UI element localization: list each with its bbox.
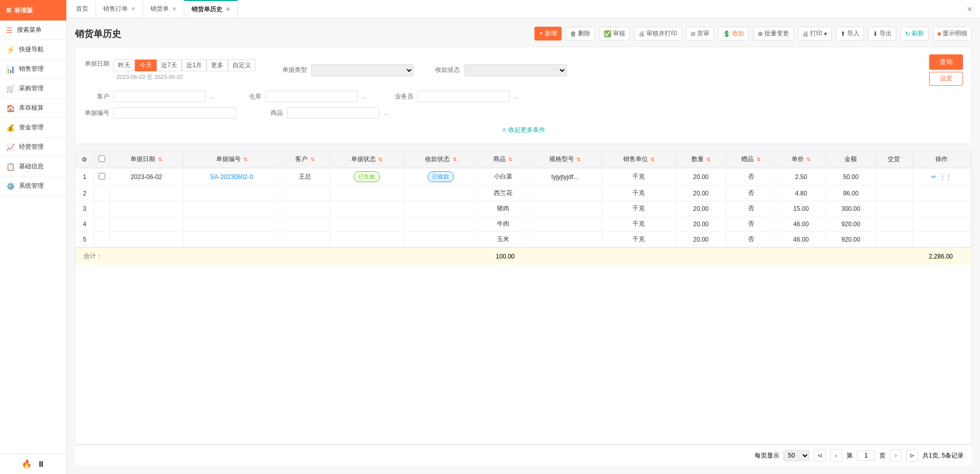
sidebar-item-search-menu[interactable]: ☰ 搜索菜单 [0,21,66,40]
sidebar-brand: ⊞ 标准版 [0,0,66,21]
collapse-button[interactable]: ∧ 收起更多条件 [84,124,963,136]
new-button[interactable]: + 新增 [534,27,561,41]
sidebar-item-system-mgmt[interactable]: ⚙️ 系统管理 [0,176,66,196]
tab-sales-order-close[interactable]: ✕ [131,6,136,12]
tab-sales-order[interactable]: 销售订单 ✕ [96,0,143,18]
date-btn-yesterday[interactable]: 昨天 [113,60,135,71]
date-btn-1month[interactable]: 近1月 [182,60,207,71]
select-all-checkbox[interactable] [99,155,105,162]
th-price[interactable]: 单价 ⇅ [776,151,827,168]
audit-button[interactable]: ✅ 审核 [599,27,630,41]
page-number-input[interactable] [857,450,875,461]
batch-change-button[interactable]: ⊕ 批量变更 [753,27,794,41]
doc-number-label: 单据编号 [84,109,109,117]
td-doc-status [330,216,404,232]
td-qty: 20.00 [676,186,726,201]
sidebar-item-operations[interactable]: 📈 经营管理 [0,137,66,157]
collect-status-label: 收款状态 [434,66,460,74]
doc-type-select[interactable] [311,64,414,76]
tab-shipment[interactable]: 销货单 ✕ [143,0,184,18]
print-button[interactable]: 🖨 打印 ▾ [798,27,832,41]
tab-shipment-close[interactable]: ✕ [172,6,177,12]
th-settings[interactable]: ⚙ [75,151,94,168]
th-goods[interactable]: 商品 ⇅ [478,151,528,168]
show-details-button[interactable]: ■ 显示明细 [933,27,972,41]
refresh-button[interactable]: ↻ 刷新 [900,27,929,41]
sort-spec-icon: ⇅ [577,156,581,162]
collect-status-badge: 已收款 [428,171,454,182]
doc-number-input[interactable] [113,107,237,118]
th-amount: 金额 [826,151,875,168]
customer-more-btn[interactable]: ... [210,93,215,100]
per-page-select[interactable]: 50 100 [783,450,810,461]
customer-input[interactable] [113,91,206,102]
settings-button[interactable]: 设置 [929,72,963,86]
main-area: 首页 销售订单 ✕ 销货单 ✕ 销货单历史 ✕ ✕ 销货单历史 + 新增 🗑 删… [67,0,980,474]
collect-status-select[interactable] [464,64,567,76]
td-price: 4.80 [776,186,827,201]
next-page-button[interactable]: › [890,449,902,462]
warehouse-more-btn[interactable]: ... [362,93,367,100]
date-btn-7days[interactable]: 近7天 [157,60,182,71]
import-button[interactable]: ⬆ 导入 [836,27,864,41]
first-page-button[interactable]: ⊲ [814,449,826,462]
td-price: 2.50 [776,168,827,186]
goods-input[interactable] [287,107,379,118]
th-customer[interactable]: 客户 ⇅ [280,151,330,168]
sidebar-item-finance-mgmt[interactable]: 💰 资金管理 [0,118,66,137]
td-customer [280,201,330,216]
date-btn-today[interactable]: 今天 [135,60,157,71]
print-chevron-icon: ▾ [824,30,827,37]
tab-shipment-history[interactable]: 销货单历史 ✕ [184,0,238,18]
export-button[interactable]: ⬇ 导出 [868,27,896,41]
toolbar: + 新增 🗑 删除 ✅ 审核 🖨 审核并打印 ⊘ 弃审 [534,27,972,41]
date-btn-custom[interactable]: 自定义 [228,60,256,71]
staff-more-btn[interactable]: ... [514,93,519,100]
edit-action-icon[interactable]: ✏ [931,173,936,181]
close-all-tabs[interactable]: ✕ [962,5,978,13]
tab-home-label: 首页 [76,5,88,13]
prev-page-button[interactable]: ‹ [830,449,842,462]
td-collect-status [404,216,478,232]
abandon-button[interactable]: ⊘ 弃审 [686,27,714,41]
basic-info-icon: 📋 [6,163,15,171]
th-doc-status[interactable]: 单据状态 ⇅ [330,151,404,168]
th-number[interactable]: 单据编号 ⇅ [183,151,280,168]
sidebar-item-sales-mgmt[interactable]: 📊 销售管理 [0,60,66,79]
sidebar-item-quick-nav[interactable]: ⚡ 快捷导航 [0,40,66,60]
more-action-icon[interactable]: ⋮⋮ [939,173,952,181]
last-page-button[interactable]: ⊳ [906,449,918,462]
doc-number-link[interactable]: SA-20230602-0 [210,173,253,181]
tab-bar: 首页 销售订单 ✕ 销货单 ✕ 销货单历史 ✕ ✕ [67,0,980,18]
collect-button[interactable]: 💲 收款 [718,27,749,41]
th-collect-status[interactable]: 收款状态 ⇅ [404,151,478,168]
goods-more-btn[interactable]: ... [383,109,389,116]
sidebar-item-basic-info[interactable]: 📋 基础信息 [0,157,66,176]
tab-sales-order-label: 销售订单 [103,5,128,13]
pause-icon[interactable]: ⏸ [37,460,45,469]
th-spec[interactable]: 规格型号 ⇅ [528,151,602,168]
td-amount: 920.00 [826,216,875,232]
query-button[interactable]: 查询 [929,54,963,70]
td-amount: 50.00 [826,168,875,186]
sidebar-item-purchase-mgmt[interactable]: 🛒 采购管理 [0,79,66,98]
sidebar-item-inventory[interactable]: 🏠 库存核算 [0,98,66,118]
th-date[interactable]: 单据日期 ⇅ [109,151,183,168]
fire-icon[interactable]: 🔥 [22,459,32,469]
th-unit[interactable]: 销售单位 ⇅ [602,151,676,168]
td-goods: 西兰花 [478,186,528,201]
date-range-display: 2023-06-02 至 2023-06-02 [117,73,256,81]
delete-button[interactable]: 🗑 删除 [566,27,595,41]
staff-input[interactable] [417,91,510,102]
td-amount: 300.00 [826,201,875,216]
date-btn-more[interactable]: 更多 [206,60,228,71]
th-qty[interactable]: 数量 ⇅ [676,151,726,168]
tab-shipment-history-close[interactable]: ✕ [225,6,230,13]
tab-home[interactable]: 首页 [69,0,96,18]
audit-print-button[interactable]: 🖨 审核并打印 [634,27,682,41]
td-date [109,201,183,216]
td-gift: 否 [726,216,776,232]
row-checkbox[interactable] [99,173,105,180]
warehouse-input[interactable] [265,91,358,102]
th-gift[interactable]: 赠品 ⇅ [726,151,776,168]
